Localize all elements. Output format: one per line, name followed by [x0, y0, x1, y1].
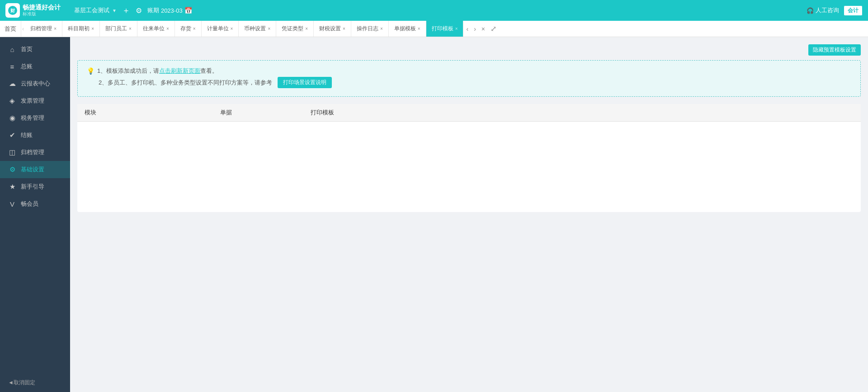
sidebar-item-cloud-report[interactable]: ☁ 云报表中心	[0, 75, 70, 92]
refresh-page-link[interactable]: 点击刷新新页面	[159, 67, 200, 74]
tab-close-icon[interactable]: ×	[418, 26, 420, 31]
home-icon: ⌂	[8, 46, 16, 53]
info-row-2: 2、多员工、多打印机、多种业务类型设置不同打印方案等，请参考 打印场景设置说明	[87, 77, 851, 88]
tab-archiving[interactable]: 归档管理 ×	[25, 21, 62, 37]
tab-close-icon[interactable]: ×	[166, 26, 169, 31]
member-icon: V	[8, 200, 16, 208]
sidebar-label-archiving: 归档管理	[21, 148, 44, 156]
invoice-icon: ◈	[8, 97, 16, 105]
kj-badge-button[interactable]: 会计	[844, 5, 863, 16]
toolbar-row: 隐藏预置模板设置	[77, 44, 861, 60]
sidebar-label-ledger: 总账	[21, 62, 33, 71]
content-area: 隐藏预置模板设置 💡 1、模板添加成功后，请点击刷新新页面查看。 2、多员工、多…	[70, 37, 868, 392]
period-label: 账期	[147, 6, 159, 14]
tab-currency[interactable]: 币种设置 ×	[239, 21, 276, 37]
tab-separator: ‹	[21, 25, 25, 32]
tab-home[interactable]: 首页	[0, 21, 21, 37]
table-body	[77, 122, 861, 212]
settings-icon: ⚙	[8, 165, 16, 174]
period-value: 2023-03	[161, 7, 183, 14]
tab-close-icon[interactable]: ×	[129, 26, 132, 31]
data-table: 模块 单据 打印模板	[77, 104, 861, 212]
hide-template-button[interactable]: 隐藏预置模板设置	[808, 44, 861, 56]
tab-close-icon[interactable]: ×	[231, 26, 233, 31]
period-info: 账期 2023-03 📅	[147, 6, 192, 14]
tab-close-icon[interactable]: ×	[343, 26, 345, 31]
tab-print-template[interactable]: 打印模板 ×	[426, 21, 464, 37]
logo-area: 财 畅捷通好会计 标准版	[5, 3, 69, 18]
sidebar-item-general-ledger[interactable]: ≡ 总账	[0, 58, 70, 75]
sidebar-item-home[interactable]: ⌂ 首页	[0, 41, 70, 58]
tab-voucher-type[interactable]: 凭证类型 ×	[276, 21, 314, 37]
tab-subject-initial[interactable]: 科目期初 ×	[62, 21, 100, 37]
sidebar-item-invoice[interactable]: ◈ 发票管理	[0, 92, 70, 109]
sidebar-item-member[interactable]: V 畅会员	[0, 195, 70, 213]
sidebar-item-checkout[interactable]: ✔ 结账	[0, 127, 70, 144]
tab-inventory[interactable]: 存货 ×	[175, 21, 202, 37]
sidebar-item-basic-settings[interactable]: ⚙ 基础设置	[0, 161, 70, 178]
company-name: 基层工会测试	[74, 6, 109, 14]
ledger-icon: ≡	[8, 63, 16, 71]
col-template-header: 打印模板	[303, 104, 861, 121]
sidebar-label-tax: 税务管理	[21, 114, 44, 122]
sidebar-label-cloud: 云报表中心	[21, 80, 50, 88]
sidebar-item-beginner[interactable]: ★ 新手引导	[0, 178, 70, 195]
tab-close-icon[interactable]: ×	[91, 26, 94, 31]
tax-icon: ◉	[8, 114, 16, 122]
add-tab-button[interactable]: ＋	[122, 5, 130, 16]
archive-icon: ◫	[8, 148, 16, 156]
tab-close-icon[interactable]: ×	[305, 26, 308, 31]
info-row-1: 💡 1、模板添加成功后，请点击刷新新页面查看。	[87, 67, 851, 75]
app-version: 标准版	[23, 11, 61, 17]
checkout-icon: ✔	[8, 131, 16, 139]
top-header: 财 畅捷通好会计 标准版 基层工会测试 ▼ ＋ ⚙ 账期 2023-03 📅 🎧…	[0, 0, 868, 21]
tab-close-icon[interactable]: ×	[455, 26, 458, 31]
tab-contacts[interactable]: 往来单位 ×	[137, 21, 175, 37]
sidebar-label-home: 首页	[21, 45, 33, 53]
calendar-icon[interactable]: 📅	[184, 7, 192, 14]
sidebar-item-tax[interactable]: ◉ 税务管理	[0, 109, 70, 127]
customer-service-button[interactable]: 🎧 人工咨询	[807, 6, 839, 14]
company-selector[interactable]: 基层工会测试 ▼	[74, 6, 117, 14]
sidebar-label-invoice: 发票管理	[21, 97, 44, 105]
tab-operation-log[interactable]: 操作日志 ×	[351, 21, 389, 37]
tab-dept-staff[interactable]: 部门员工 ×	[100, 21, 137, 37]
tab-scroll-left-button[interactable]: ‹	[463, 25, 471, 33]
sidebar-label-checkout: 结账	[21, 131, 33, 139]
header-right: 🎧 人工咨询 会计	[807, 5, 863, 16]
cloud-icon: ☁	[8, 80, 16, 88]
sidebar-label-settings: 基础设置	[21, 165, 44, 174]
company-dropdown-icon[interactable]: ▼	[112, 8, 117, 13]
sidebar-item-archiving[interactable]: ◫ 归档管理	[0, 144, 70, 161]
tab-tax-settings[interactable]: 财税设置 ×	[314, 21, 351, 37]
bulb-icon: 💡	[87, 67, 94, 75]
info-text-1: 1、模板添加成功后，请点击刷新新页面查看。	[97, 67, 218, 75]
app-name: 畅捷通好会计	[23, 4, 61, 11]
col-module-header: 模块	[77, 104, 213, 121]
tab-unit[interactable]: 计量单位 ×	[202, 21, 239, 37]
sidebar-label-member: 畅会员	[21, 200, 38, 208]
info-text-2: 2、多员工、多打印机、多种业务类型设置不同打印方案等，请参考	[99, 79, 272, 87]
sidebar-nav: ⌂ 首页 ≡ 总账 ☁ 云报表中心 ◈ 发票管理 ◉ 税务管理	[0, 37, 70, 373]
headset-icon: 🎧	[807, 7, 814, 14]
svg-text:财: 财	[10, 8, 15, 13]
print-scene-help-button[interactable]: 打印场景设置说明	[278, 77, 332, 88]
tab-bar: 首页 ‹ 归档管理 × 科目期初 × 部门员工 × 往来单位 × 存货 × 计量…	[0, 21, 868, 37]
tab-scroll-right-button[interactable]: ›	[471, 25, 479, 33]
tab-close-icon[interactable]: ×	[380, 26, 383, 31]
main-layout: ⌂ 首页 ≡ 总账 ☁ 云报表中心 ◈ 发票管理 ◉ 税务管理	[0, 37, 868, 392]
settings-button[interactable]: ⚙	[136, 6, 142, 15]
expand-button[interactable]: ⤢	[488, 24, 499, 33]
tab-close-icon[interactable]: ×	[193, 26, 196, 31]
sidebar-label-beginner: 新手引导	[21, 183, 44, 191]
sidebar: ⌂ 首页 ≡ 总账 ☁ 云报表中心 ◈ 发票管理 ◉ 税务管理	[0, 37, 70, 392]
tab-close-icon[interactable]: ×	[54, 26, 57, 31]
unpin-label: ◄取消固定	[8, 379, 35, 387]
tab-close-icon[interactable]: ×	[268, 26, 270, 31]
tab-document-template[interactable]: 单据模板 ×	[389, 21, 426, 37]
sidebar-unpin-button[interactable]: ◄取消固定	[0, 373, 70, 392]
app-logo: 财	[5, 3, 20, 18]
close-all-tabs-button[interactable]: ×	[479, 25, 488, 33]
col-document-header: 单据	[213, 104, 303, 121]
beginner-icon: ★	[8, 183, 16, 191]
